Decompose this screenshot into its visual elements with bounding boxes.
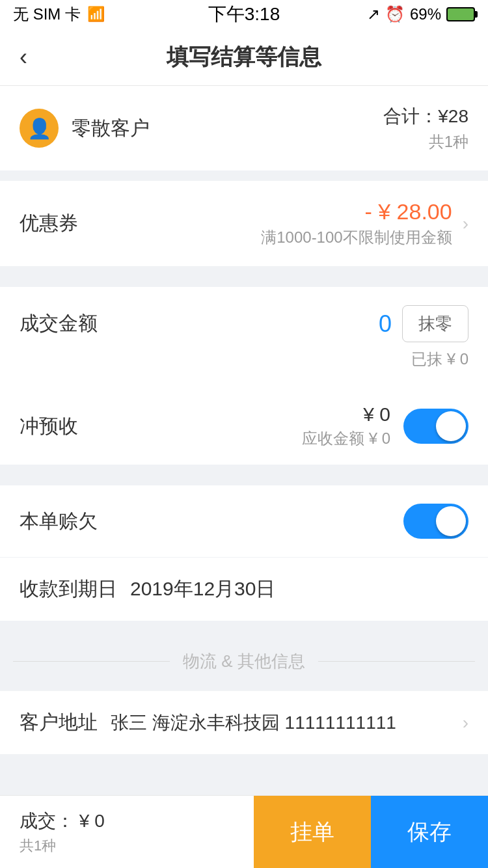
logistics-separator: 物流 & 其他信息 <box>0 642 488 681</box>
advance-values: ¥ 0 应收金额 ¥ 0 <box>302 403 390 449</box>
roundoff-button[interactable]: 抹零 <box>402 305 468 342</box>
customer-row: 👤 零散客户 合计：¥28 共1种 <box>0 86 488 170</box>
transaction-sub: 已抹 ¥ 0 <box>0 349 488 388</box>
content: 👤 零散客户 合计：¥28 共1种 优惠券 - ¥ 28.00 满1000-10… <box>0 86 488 868</box>
status-right: ↗ ⏰ 69% <box>367 5 475 23</box>
coupon-chevron: › <box>463 213 468 234</box>
address-row[interactable]: 客户地址 张三 海淀永丰科技园 11111111111 › <box>0 691 488 754</box>
customer-section: 👤 零散客户 合计：¥28 共1种 <box>0 86 488 170</box>
customer-avatar: 👤 <box>20 109 59 148</box>
debt-toggle[interactable] <box>403 504 468 539</box>
coupon-value-wrap: - ¥ 28.00 满1000-100不限制使用金额 <box>261 199 452 248</box>
wifi-icon: 📶 <box>87 6 105 23</box>
back-button[interactable]: ‹ <box>20 44 27 71</box>
advance-receivable: 应收金额 ¥ 0 <box>302 428 390 449</box>
coupon-discount: - ¥ 28.00 <box>261 199 452 224</box>
bottom-deal: 成交： ¥ 0 <box>20 809 234 834</box>
coupon-label: 优惠券 <box>20 210 78 237</box>
customer-total: 合计：¥28 <box>383 104 468 129</box>
battery-icon <box>446 7 475 21</box>
divider-2 <box>0 475 488 485</box>
debt-toggle-knob <box>436 506 466 536</box>
debt-label: 本单赊欠 <box>20 508 98 535</box>
customer-count: 共1种 <box>383 131 468 152</box>
alarm-icon: ⏰ <box>385 5 405 23</box>
transaction-value: 0 <box>379 310 392 338</box>
transaction-label: 成交金额 <box>20 310 98 337</box>
advance-row: 冲预收 ¥ 0 应收金额 ¥ 0 <box>0 388 488 465</box>
transaction-row: 成交金额 0 抹零 <box>0 287 488 349</box>
divider-4 <box>0 681 488 691</box>
coupon-right: - ¥ 28.00 满1000-100不限制使用金额 › <box>261 199 468 248</box>
customer-right: 合计：¥28 共1种 <box>383 104 468 152</box>
separator-text: 物流 & 其他信息 <box>183 650 305 673</box>
due-date-row: 收款到期日 2019年12月30日 <box>0 557 488 621</box>
bottom-count: 共1种 <box>20 836 234 856</box>
divider-1 <box>0 277 488 287</box>
nav-bar: ‹ 填写结算等信息 <box>0 29 488 86</box>
bottom-info: 成交： ¥ 0 共1种 <box>0 809 254 856</box>
debt-row: 本单赊欠 <box>0 485 488 557</box>
status-bar: 无 SIM 卡 📶 下午3:18 ↗ ⏰ 69% <box>0 0 488 29</box>
no-sim-text: 无 SIM 卡 <box>13 4 81 25</box>
transaction-right: 0 抹零 <box>379 305 468 342</box>
coupon-section: 优惠券 - ¥ 28.00 满1000-100不限制使用金额 › <box>0 181 488 266</box>
bottom-bar: 成交： ¥ 0 共1种 挂单 保存 <box>0 795 488 868</box>
nav-title: 填写结算等信息 <box>167 42 321 72</box>
save-button[interactable]: 保存 <box>371 796 488 869</box>
battery-percent: 69% <box>410 5 441 23</box>
status-time: 下午3:18 <box>208 2 280 27</box>
advance-label: 冲预收 <box>20 413 78 440</box>
advance-toggle[interactable] <box>403 409 468 444</box>
address-label: 客户地址 <box>20 709 98 736</box>
location-icon: ↗ <box>367 5 380 23</box>
coupon-description: 满1000-100不限制使用金额 <box>261 227 452 248</box>
debt-section: 本单赊欠 收款到期日 2019年12月30日 <box>0 485 488 621</box>
advance-right: ¥ 0 应收金额 ¥ 0 <box>302 403 468 449</box>
status-left: 无 SIM 卡 📶 <box>13 4 105 25</box>
transaction-section: 成交金额 0 抹零 已抹 ¥ 0 冲预收 ¥ 0 应收金额 ¥ 0 <box>0 287 488 465</box>
hold-button[interactable]: 挂单 <box>254 796 371 869</box>
toggle-knob <box>436 411 466 441</box>
customer-name: 零散客户 <box>72 115 150 142</box>
bottom-deal-value: ¥ 0 <box>79 811 105 831</box>
divider-3 <box>0 631 488 642</box>
advance-amount: ¥ 0 <box>302 403 390 426</box>
address-section: 客户地址 张三 海淀永丰科技园 11111111111 › <box>0 691 488 754</box>
coupon-row[interactable]: 优惠券 - ¥ 28.00 满1000-100不限制使用金额 › <box>0 181 488 266</box>
due-date-label: 收款到期日 <box>20 576 117 603</box>
address-value: 张三 海淀永丰科技园 11111111111 <box>111 711 396 735</box>
address-left: 客户地址 张三 海淀永丰科技园 11111111111 <box>20 709 396 736</box>
bottom-deal-label: 成交： <box>20 811 74 831</box>
address-chevron: › <box>463 712 468 733</box>
customer-left: 👤 零散客户 <box>20 109 150 148</box>
due-date-value: 2019年12月30日 <box>130 576 275 603</box>
